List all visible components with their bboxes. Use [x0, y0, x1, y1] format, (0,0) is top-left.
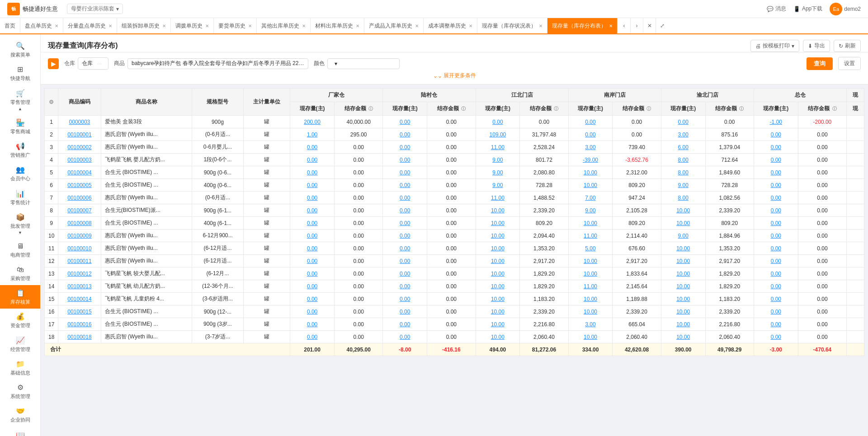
row-factory-qty[interactable]: 0.00 [290, 267, 335, 280]
row-nanan-qty[interactable]: 10.00 [568, 293, 613, 305]
tab-prev-button[interactable]: ‹ [618, 18, 630, 34]
row-lucun-qty[interactable]: 0.00 [383, 255, 427, 267]
row-factory-qty[interactable]: 200.00 [290, 116, 335, 128]
row-factory-qty[interactable]: 0.00 [290, 255, 335, 267]
row-total-qty[interactable]: 0.00 [754, 267, 798, 280]
row-code[interactable]: 00100002 [58, 141, 101, 154]
row-yubei-qty[interactable]: 10.00 [661, 280, 705, 293]
tab-other-out[interactable]: 其他出库单历史 ✕ [257, 18, 311, 34]
row-nanan-qty[interactable]: 9.00 [568, 204, 613, 217]
row-lucun-qty[interactable]: 0.00 [383, 242, 427, 255]
sidebar-item-ecommerce[interactable]: 🖥 电商管理 [0, 239, 40, 262]
tab-close-all-button[interactable]: ✕ [643, 18, 656, 34]
row-jiangbei-qty[interactable]: 10.00 [476, 230, 520, 242]
row-yubei-qty[interactable]: 8.00 [661, 166, 705, 179]
row-lucun-qty[interactable]: 0.00 [383, 179, 427, 192]
expand-conditions-button[interactable]: ⌄⌄ 展开更多条件 [433, 72, 476, 80]
row-yubei-qty[interactable]: 8.00 [661, 192, 705, 204]
row-total-qty[interactable]: 0.00 [754, 166, 798, 179]
row-jiangbei-qty[interactable]: 10.00 [476, 242, 520, 255]
row-code[interactable]: 00100005 [58, 179, 101, 192]
row-yubei-qty[interactable]: 10.00 [661, 242, 705, 255]
tab-order[interactable]: 要货单历史 ✕ [214, 18, 257, 34]
row-lucun-qty[interactable]: 0.00 [383, 192, 427, 204]
row-nanan-qty[interactable]: 10.00 [568, 331, 613, 343]
tab-expand-button[interactable]: ⤢ [656, 18, 668, 34]
filter-toggle-button[interactable]: ▶ [48, 58, 59, 69]
tab-home[interactable]: 首页 [0, 18, 20, 34]
row-jiangbei-qty[interactable]: 0.00 [476, 116, 520, 128]
close-icon[interactable]: ✕ [162, 23, 166, 28]
row-yubei-qty[interactable]: 10.00 [661, 305, 705, 318]
row-lucun-qty[interactable]: 0.00 [383, 318, 427, 331]
close-icon[interactable]: ✕ [609, 23, 613, 28]
close-icon[interactable]: ✕ [302, 23, 306, 28]
app-download-button[interactable]: 📱 App下载 [793, 5, 822, 13]
row-nanan-qty[interactable]: 0.00 [568, 116, 613, 128]
row-total-qty[interactable]: 0.00 [754, 141, 798, 154]
tab-stock-dist[interactable]: 现存量（库存分布表）✕ [547, 18, 618, 34]
warehouse-input[interactable]: 仓库 ··· [78, 57, 108, 70]
row-jiangbei-qty[interactable]: 9.00 [476, 179, 520, 192]
tab-material-out[interactable]: 材料出库单历史 ✕ [311, 18, 364, 34]
row-factory-qty[interactable]: 0.00 [290, 242, 335, 255]
row-jiangbei-qty[interactable]: 10.00 [476, 305, 520, 318]
row-total-qty[interactable]: 0.00 [754, 331, 798, 343]
row-jiangbei-qty[interactable]: 11.00 [476, 192, 520, 204]
row-lucun-qty[interactable]: 0.00 [383, 331, 427, 343]
close-icon[interactable]: ✕ [415, 23, 419, 28]
row-jiangbei-qty[interactable]: 10.00 [476, 204, 520, 217]
row-lucun-qty[interactable]: 0.00 [383, 141, 427, 154]
row-total-qty[interactable]: 0.00 [754, 293, 798, 305]
row-jiangbei-qty[interactable]: 10.00 [476, 318, 520, 331]
row-lucun-qty[interactable]: 0.00 [383, 204, 427, 217]
row-nanan-qty[interactable]: 7.00 [568, 192, 613, 204]
row-nanan-qty[interactable]: -39.00 [568, 154, 613, 166]
sidebar-item-system[interactable]: ⚙ 系统管理 [0, 380, 40, 403]
row-yubei-qty[interactable]: 9.00 [661, 179, 705, 192]
row-jiangbei-qty[interactable]: 10.00 [476, 293, 520, 305]
user-menu[interactable]: Ea demo2 [830, 3, 861, 15]
row-yubei-qty[interactable]: 10.00 [661, 331, 705, 343]
row-code[interactable]: 00100011 [58, 255, 101, 267]
row-yubei-qty[interactable]: 10.00 [661, 217, 705, 230]
row-lucun-qty[interactable]: 0.00 [383, 217, 427, 230]
row-lucun-qty[interactable]: 0.00 [383, 116, 427, 128]
tab-cost-adjust[interactable]: 成本调整单历史 ✕ [424, 18, 477, 34]
row-factory-qty[interactable]: 1.00 [290, 128, 335, 141]
row-total-qty[interactable]: 0.00 [754, 204, 798, 217]
store-selector[interactable]: 母婴行业演示陈套 ▾ [67, 4, 123, 14]
print-button[interactable]: 🖨 按模板打印 ▾ [750, 40, 799, 52]
sidebar-item-wholesale[interactable]: 📦 批发管理 ▼ [0, 209, 40, 239]
row-code[interactable]: 00100015 [58, 305, 101, 318]
row-nanan-qty[interactable]: 10.00 [568, 166, 613, 179]
tab-next-button[interactable]: › [630, 18, 643, 34]
row-jiangbei-qty[interactable]: 10.00 [476, 255, 520, 267]
row-yubei-qty[interactable]: 10.00 [661, 267, 705, 280]
row-total-qty[interactable]: 0.00 [754, 179, 798, 192]
row-factory-qty[interactable]: 0.00 [290, 318, 335, 331]
row-yubei-qty[interactable]: 10.00 [661, 204, 705, 217]
row-yubei-qty[interactable]: 10.00 [661, 318, 705, 331]
row-nanan-qty[interactable]: 11.00 [568, 230, 613, 242]
sidebar-item-retail[interactable]: 🛒 零售管理 ▲ [0, 85, 40, 115]
row-lucun-qty[interactable]: 0.00 [383, 305, 427, 318]
tab-stock-status[interactable]: 现存量（库存状况表）✕ [477, 18, 547, 34]
close-icon[interactable]: ✕ [108, 23, 112, 28]
row-total-qty[interactable]: 0.00 [754, 318, 798, 331]
row-lucun-qty[interactable]: 0.00 [383, 293, 427, 305]
sidebar-item-finance[interactable]: 💰 资金管理 [0, 309, 40, 332]
close-icon[interactable]: ✕ [248, 23, 252, 28]
row-yubei-qty[interactable]: 10.00 [661, 255, 705, 267]
close-icon[interactable]: ✕ [356, 23, 359, 28]
close-icon[interactable]: ✕ [539, 23, 542, 28]
sidebar-item-operation[interactable]: 📈 经营管理 [0, 333, 40, 356]
row-nanan-qty[interactable]: 3.00 [568, 318, 613, 331]
row-factory-qty[interactable]: 0.00 [290, 179, 335, 192]
row-yubei-qty[interactable]: 10.00 [661, 293, 705, 305]
row-nanan-qty[interactable]: 10.00 [568, 267, 613, 280]
tab-branch-stocktake[interactable]: 分量盘点单历史 ✕ [63, 18, 117, 34]
sidebar-item-search[interactable]: 🔍 搜索英单 [0, 38, 40, 61]
row-yubei-qty[interactable]: 6.00 [661, 141, 705, 154]
row-factory-qty[interactable]: 0.00 [290, 293, 335, 305]
